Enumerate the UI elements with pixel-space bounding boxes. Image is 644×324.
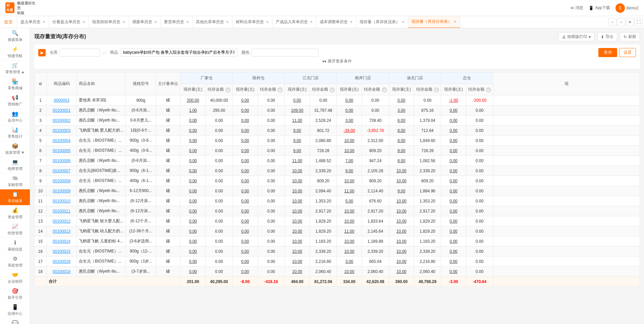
wh4-qty: 10.00	[337, 146, 362, 156]
wh3-amt: 2,339.20	[310, 166, 337, 176]
info-icon[interactable]: ⓘ	[330, 88, 334, 92]
wh1-qty: 0.00	[180, 257, 206, 267]
wh1-amt: 0.00	[206, 115, 232, 126]
row-unit: 罐	[156, 115, 180, 126]
tab-transfer[interactable]: 调拨单历史 ✕	[129, 16, 161, 28]
sidebar-item-member[interactable]: 👥 会员中心	[0, 109, 30, 125]
row-spec: (6-12个月...	[126, 216, 156, 226]
tab-materialout[interactable]: 材料出库单历史 ✕	[232, 16, 272, 28]
info-icon[interactable]: ⓘ	[278, 88, 282, 92]
tab-divstock[interactable]: 分量盘点单历史 ✕	[49, 16, 89, 28]
query-btn[interactable]: 查询	[598, 48, 617, 57]
tab-otherout[interactable]: 其他出库单历史 ✕	[193, 16, 232, 28]
current-col	[493, 216, 640, 226]
refresh-btn[interactable]: ↻ 刷新	[620, 32, 640, 41]
row-unit: 罐	[156, 105, 180, 115]
tab-close-icon[interactable]: ✕	[402, 20, 405, 24]
tab-close-icon[interactable]: ✕	[122, 20, 125, 24]
setting-btn[interactable]: 设置	[619, 48, 636, 57]
wh5-amt-header: 结存金额 ⓘ	[414, 84, 441, 95]
tab-expand-btn[interactable]: ⛶	[635, 18, 643, 26]
wh-total-header: 总仓	[441, 73, 493, 84]
col-settings[interactable]: ⚙	[35, 73, 47, 95]
sidebar-item-ecommerce[interactable]: 💻 电商管理	[0, 157, 30, 173]
sidebar-item-operations[interactable]: 📈 经营管理	[0, 222, 30, 238]
info-icon[interactable]: ⓘ	[486, 88, 491, 92]
sidebar-item-wholesale[interactable]: 📦 批发管理 ▼	[0, 141, 30, 157]
print-btn[interactable]: 🖨 按模版打印 ▾	[558, 32, 594, 41]
row-spec: (6-12月添...	[126, 196, 156, 206]
wh1-amt: 0.00	[206, 257, 232, 267]
goods-input[interactable]	[120, 49, 237, 57]
filter-expand-btn[interactable]: ▶	[38, 49, 46, 56]
row-name: 合生元（BIOSTIME）...	[77, 246, 126, 257]
current-col	[493, 196, 640, 206]
info-icon[interactable]: ⓘ	[434, 88, 439, 92]
tab-close-icon[interactable]: ✕	[350, 20, 353, 24]
guide-icon: 🎯	[12, 288, 18, 294]
row-code: 00100005	[47, 146, 77, 156]
sidebar-item-system[interactable]: ⚙ 系统管理	[0, 254, 30, 270]
wh2-qty: 0.00	[232, 136, 258, 146]
sidebar-item-basic[interactable]: ℹ 基础信息	[0, 238, 30, 254]
wh5-amt: 1,379.04	[414, 115, 441, 126]
wh1-qty: 1.00	[180, 105, 206, 115]
tab-costadj[interactable]: 成本调整单历史 ✕	[316, 16, 356, 28]
wh1-amt: 0.00	[206, 146, 232, 156]
sidebar-item-guide[interactable]: 🎯 新手引导	[0, 286, 30, 302]
tot-qty: 0.00	[441, 176, 466, 186]
wh2-qty: 0.00	[232, 146, 258, 156]
sidebar-item-stats[interactable]: 📊 零售统计	[0, 125, 30, 141]
tab-prev-btn[interactable]: ‹	[608, 18, 616, 26]
tab-next-btn[interactable]: ›	[617, 18, 625, 26]
sidebar-item-inventory[interactable]: 📋 库存核算	[0, 189, 30, 205]
tab-productin[interactable]: 产成品入库单历史 ✕	[272, 16, 316, 28]
sidebar-item-finance[interactable]: 💰 资金管理	[0, 205, 30, 222]
tab-close-icon[interactable]: ✕	[154, 20, 157, 24]
row-unit: 罐	[156, 126, 180, 136]
sidebar-item-purchase[interactable]: 🛍 采购管理	[0, 173, 30, 189]
sidebar-item-marketing[interactable]: 📢 营销推广	[0, 93, 30, 109]
wh4-qty-header: 现存量(主)	[337, 84, 362, 95]
wh1-amt-header: 结存金额 ⓘ	[206, 84, 232, 95]
tab-close-icon[interactable]: ✕	[454, 20, 457, 24]
row-spec: 400g（0-6...	[126, 146, 156, 156]
sidebar-item-collab[interactable]: 🤝 企业协同	[0, 270, 30, 286]
sidebar-item-appcenter[interactable]: 📱 应用中心	[0, 302, 30, 318]
sidebar-item-retail[interactable]: 🛒 零售管理 ▲	[0, 60, 30, 77]
sidebar-item-shop[interactable]: 🏪 零售商城	[0, 77, 30, 93]
tab-home[interactable]: 首页	[0, 16, 17, 28]
expand-more-btn[interactable]: ▾▾ 展开更多条件	[38, 57, 636, 65]
message-btn[interactable]: ✉ 消息	[571, 5, 583, 11]
total-wh4-qty: 334.00	[337, 277, 362, 287]
tab-close-icon[interactable]: ✕	[186, 20, 189, 24]
info-icon[interactable]: ⓘ	[226, 88, 230, 92]
tot-qty: 0.00	[441, 156, 466, 166]
tab-requisition[interactable]: 要货单历史 ✕	[161, 16, 193, 28]
tab-assemble[interactable]: 组装拆卸单历史 ✕	[89, 16, 129, 28]
sidebar-item-search[interactable]: 🔍 搜索英单	[0, 28, 30, 44]
tab-stockstatus[interactable]: 现存量（库存状况表） ✕	[356, 16, 408, 28]
wh3-qty: 9.00	[285, 146, 310, 156]
tab-close-icon[interactable]: ✕	[43, 20, 45, 24]
export-btn[interactable]: ⬇ 导出	[597, 32, 617, 41]
table-row: 10 00100009 惠氏启醒（Wyeth illu... 6-12月900.…	[35, 186, 640, 196]
user-area[interactable]: E demo2	[615, 3, 639, 13]
tab-stocklist[interactable]: 盘点单历史 ✕	[17, 16, 49, 28]
tab-stockdist[interactable]: 现存量（库存分布表） ✕	[408, 16, 460, 28]
wh2-amt-header: 结存金额 ⓘ	[258, 84, 284, 95]
wh3-qty: 10.00	[285, 166, 310, 176]
color-input[interactable]	[252, 49, 319, 57]
tab-close-icon[interactable]: ✕	[266, 20, 269, 24]
wh5-amt: 712.64	[414, 126, 441, 136]
sidebar-item-wechat[interactable]: 💬 企业微信	[0, 318, 30, 324]
row-spec: 400g（6-1...	[126, 176, 156, 186]
sidebar-item-nav[interactable]: ⚡ 快捷导航	[0, 44, 30, 60]
tab-close-icon[interactable]: ✕	[83, 20, 85, 24]
app-download-btn[interactable]: 📱 App下载	[589, 5, 610, 11]
tab-close-icon[interactable]: ✕	[310, 20, 313, 24]
tab-close-all-btn[interactable]: ✕	[626, 18, 634, 26]
info-icon[interactable]: ⓘ	[382, 88, 387, 92]
tab-close-icon[interactable]: ✕	[226, 20, 229, 24]
warehouse-input[interactable]	[60, 49, 100, 57]
